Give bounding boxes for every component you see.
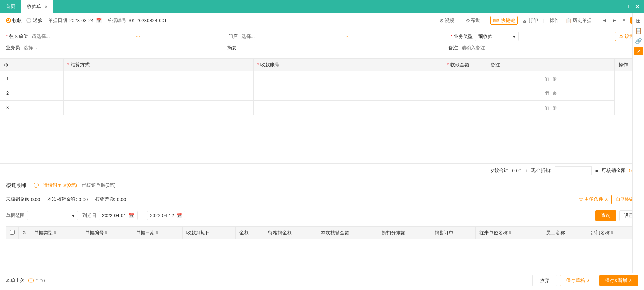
delete-icon-1[interactable]: 🗑 <box>545 75 550 82</box>
sidebar-clipboard-icon[interactable]: 📋 <box>634 26 643 35</box>
table-row: 1 🗑 ⊕ <box>0 71 644 86</box>
business-type-value: 预收款 <box>478 33 492 40</box>
footer-info-icon[interactable]: i <box>28 278 34 283</box>
shortcut-icon: ⌨ <box>493 18 500 23</box>
th-gear2[interactable]: ⚙ <box>19 226 30 239</box>
date-from-picker[interactable]: 2022-04-01 📅 <box>99 211 138 220</box>
tab-close-icon[interactable]: × <box>45 4 47 9</box>
delete-icon-2[interactable]: 🗑 <box>545 90 550 96</box>
discount-input[interactable] <box>555 166 592 175</box>
operation-btn[interactable]: 操作 <box>548 16 561 24</box>
row-amount-2[interactable] <box>254 86 443 101</box>
list-view-btn[interactable]: ≡ <box>621 17 627 24</box>
row-amount-1[interactable] <box>254 71 443 86</box>
remark-input[interactable] <box>460 44 547 51</box>
home-label: 首页 <box>6 3 15 10</box>
row-remark-3[interactable] <box>443 101 487 115</box>
calendar-icon[interactable]: 📅 <box>96 18 102 23</box>
pending-tab[interactable]: 待核销单据(0笔) <box>43 182 77 188</box>
th-pending-amount: 待核销金额 <box>264 226 317 239</box>
row-settlement-1[interactable] <box>15 71 64 86</box>
more-conditions-btn[interactable]: ▽ 更多条件 ∧ <box>579 196 608 203</box>
row-remark-1[interactable] <box>443 71 487 86</box>
toolbar: 收款 退款 单据日期 2023-03-24 📅 单据编号 SK-20230324… <box>0 13 644 28</box>
radio-refund[interactable]: 退款 <box>26 17 42 24</box>
nav-next-btn[interactable]: ▶ <box>611 17 617 24</box>
history-btn[interactable]: 📋 历史单据 <box>564 16 593 24</box>
nav-prev-btn[interactable]: ◀ <box>601 17 608 24</box>
shop-more-icon[interactable]: ··· <box>344 34 352 39</box>
sort-party-icon[interactable]: ⇅ <box>508 231 511 235</box>
delete-icon-3[interactable]: 🗑 <box>545 105 550 111</box>
staff-field: 业务员 ··· <box>6 44 220 51</box>
stats-row: 未核销金额 0.00 本次核销金额: 0.00 核销差额: 0.00 ▽ 更多条… <box>6 192 638 207</box>
print-btn[interactable]: 🖨 打印 <box>521 16 539 24</box>
shortcut-btn[interactable]: ⌨ 快捷键 <box>490 16 518 25</box>
query-button[interactable]: 查询 <box>595 210 616 221</box>
video-btn[interactable]: ⊙ 视频 <box>438 16 456 24</box>
sort-date-icon[interactable]: ⇅ <box>156 231 158 235</box>
sidebar-link-icon[interactable]: 🔗 <box>634 36 643 45</box>
draft-button[interactable]: 保存草稿 ∧ <box>560 275 596 286</box>
discount-label: 现金折扣: <box>531 167 551 174</box>
th-dept-name: 部门名称⇅ <box>587 226 638 239</box>
row-num-3: 3 <box>0 101 15 115</box>
sort-type-icon[interactable]: ⇅ <box>54 231 56 235</box>
footer-info: 本单上欠 i 0.00 <box>6 277 45 284</box>
save-button[interactable]: 保存&新增 ∧ <box>599 275 638 286</box>
row-amount-3[interactable] <box>254 101 443 115</box>
total-value: 0.00 <box>512 168 521 173</box>
footer-info-label: 本单上欠 <box>6 277 25 284</box>
sidebar-table-icon[interactable]: ⊞ <box>634 16 643 25</box>
copy-icon-1[interactable]: ⊕ <box>552 75 557 82</box>
row-remark-2[interactable] <box>443 86 487 101</box>
bottom-table-container: ⚙ 单据类型⇅ 单据编号⇅ 单据日期⇅ 收款到期日 金额 待核销金额 本次核销金… <box>6 224 638 239</box>
date-range-separator: — <box>140 213 145 218</box>
copy-icon-3[interactable]: ⊕ <box>552 105 557 111</box>
minimize-icon[interactable]: — <box>620 3 625 10</box>
shop-input[interactable] <box>240 33 342 40</box>
row-account-1[interactable] <box>63 71 253 86</box>
data-table: ⚙ * 结算方式 * 收款账号 * 收款金额 <box>0 58 644 115</box>
equals-sign: = <box>595 168 598 173</box>
row-account-2[interactable] <box>63 86 253 101</box>
th-doc-number: 单据编号⇅ <box>81 226 132 239</box>
th-remark: 备注 <box>487 59 615 71</box>
print-icon: 🖨 <box>523 18 527 23</box>
tab-receipt[interactable]: 收款单 × <box>21 0 53 13</box>
tab-home[interactable]: 首页 <box>0 0 21 13</box>
sort-dept-icon[interactable]: ⇅ <box>610 231 613 235</box>
th-checkbox[interactable] <box>6 226 19 239</box>
this-time-stat: 本次核销金额: 0.00 <box>47 196 88 203</box>
info-icon[interactable]: i <box>34 183 39 188</box>
section-header: 核销明细 i 待核销单据(0笔) 已核销单据(0笔) <box>6 182 638 189</box>
copy-icon-2[interactable]: ⊕ <box>552 90 557 97</box>
sidebar-expand-icon[interactable]: ↗ <box>634 47 643 55</box>
party-more-icon[interactable]: ··· <box>134 34 142 39</box>
sort-number-icon[interactable]: ⇅ <box>105 231 107 235</box>
date-to-picker[interactable]: 2022-04-12 📅 <box>147 211 186 220</box>
th-gear[interactable]: ⚙ <box>0 59 15 71</box>
party-input[interactable] <box>30 33 132 40</box>
select-all-checkbox[interactable] <box>10 230 15 235</box>
staff-more-icon[interactable]: ··· <box>126 45 134 51</box>
radio-payment[interactable]: 收款 <box>6 17 22 24</box>
chevron-up-save-icon: ∧ <box>629 278 632 283</box>
done-tab[interactable]: 已核销单据(0笔) <box>82 182 116 188</box>
row-account-3[interactable] <box>63 101 253 115</box>
help-icon: ⊙ <box>466 18 470 23</box>
help-btn[interactable]: ⊙ 帮助 <box>464 16 482 24</box>
row-settlement-3[interactable] <box>15 101 64 115</box>
total-label: 收款合计 <box>490 167 508 174</box>
staff-input[interactable] <box>22 44 124 51</box>
shop-label: 门店 <box>228 33 238 40</box>
abandon-button[interactable]: 放弃 <box>532 275 557 286</box>
business-type-select[interactable]: 预收款 ▾ <box>475 32 519 41</box>
required-star: * <box>67 62 69 67</box>
maximize-icon[interactable]: □ <box>628 3 632 10</box>
range-select[interactable]: ▾ <box>27 211 78 220</box>
summary-input[interactable] <box>239 44 341 51</box>
row-settlement-2[interactable] <box>15 86 64 101</box>
date-label: 单据日期 <box>48 17 67 24</box>
close-icon[interactable]: ✕ <box>635 3 640 10</box>
